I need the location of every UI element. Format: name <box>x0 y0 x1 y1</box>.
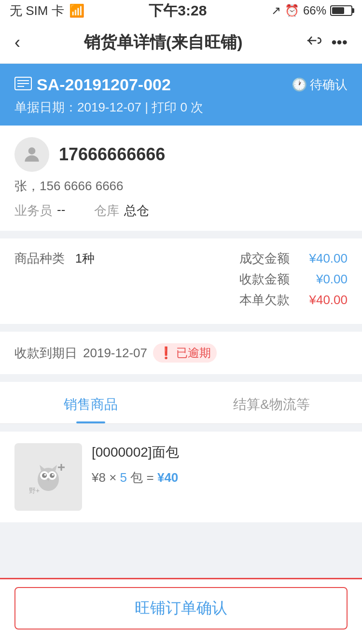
due-amount-row: 本单欠款 ¥40.00 <box>239 292 348 308</box>
customer-meta: 业务员 -- 仓库 总仓 <box>14 202 348 219</box>
svg-point-4 <box>28 147 36 154</box>
more-icon[interactable]: ••• <box>331 33 348 51</box>
sales-value: -- <box>57 202 65 219</box>
overdue-badge: ❗ 已逾期 <box>153 343 217 363</box>
order-id: SA-20191207-002 <box>37 75 171 94</box>
status-left: 无 SIM 卡 📶 <box>10 2 84 19</box>
order-meta: 单据日期：2019-12-07 | 打印 0 次 <box>14 99 348 116</box>
due-date-value: 2019-12-07 <box>83 346 147 361</box>
tab-sales-product[interactable]: 销售商品 <box>0 382 181 423</box>
warehouse-value: 总仓 <box>124 202 149 219</box>
order-status-badge: 🕐 待确认 <box>292 76 348 93</box>
svg-text:野+: 野+ <box>29 487 40 494</box>
order-number: SA-20191207-002 <box>14 75 171 94</box>
status-right: ↗ ⏰ 66% <box>271 4 352 17</box>
confirm-order-button[interactable]: 旺铺订单确认 <box>14 587 348 630</box>
customer-section: 17666666666 张，156 6666 6666 业务员 -- 仓库 总仓 <box>0 126 362 231</box>
received-amount-value: ¥0.00 <box>316 272 348 287</box>
back-button[interactable]: ‹ <box>14 32 20 53</box>
sales-label: 业务员 <box>14 202 52 219</box>
warehouse-info: 仓库 总仓 <box>94 202 149 219</box>
tabs-container: 销售商品 结算&物流等 <box>0 382 362 424</box>
nav-actions: ••• <box>306 33 348 52</box>
overdue-text: 已逾期 <box>176 345 211 361</box>
nav-bar: ‹ 销货单详情(来自旺铺) ••• <box>0 21 362 64</box>
alarm-icon: ⏰ <box>285 4 299 17</box>
svg-point-11 <box>52 474 54 476</box>
equals-sign: = <box>147 470 157 485</box>
product-item: 野+ [0000002]面包 ¥8 × 5 包 = ¥40 <box>0 432 362 522</box>
deal-amount-value: ¥40.00 <box>309 251 348 266</box>
svg-point-8 <box>42 473 47 478</box>
due-amount-label: 本单欠款 <box>239 292 290 308</box>
kind-label: 商品种类 <box>14 251 65 266</box>
share-icon[interactable] <box>306 33 321 52</box>
status-bar: 无 SIM 卡 📶 下午3:28 ↗ ⏰ 66% <box>0 0 362 21</box>
order-date: 2019-12-07 <box>77 100 141 114</box>
deal-amount-label: 成交金额 <box>239 250 290 267</box>
due-date-section: 收款到期日 2019-12-07 ❗ 已逾期 <box>0 332 362 374</box>
customer-phone: 17666666666 <box>59 144 165 165</box>
warehouse-label: 仓库 <box>94 202 119 219</box>
order-icon <box>14 75 32 94</box>
customer-name: 张，156 6666 6666 <box>14 178 348 195</box>
kind-count: 1种 <box>75 251 95 266</box>
avatar <box>14 137 49 172</box>
summary-section: 商品种类 1种 成交金额 ¥40.00 收款金额 ¥0.00 本单欠款 ¥40.… <box>0 238 362 324</box>
battery-icon <box>330 5 352 16</box>
product-name: [0000002]面包 <box>92 443 348 462</box>
clock-icon: 🕐 <box>292 77 307 92</box>
received-amount-label: 收款金额 <box>239 271 290 288</box>
tab-settlement-logistics[interactable]: 结算&物流等 <box>181 382 362 423</box>
date-label: 单据日期： <box>14 100 77 114</box>
deal-amount-row: 成交金额 ¥40.00 <box>239 250 348 267</box>
status-text: 待确认 <box>310 76 348 93</box>
amount-summary: 成交金额 ¥40.00 收款金额 ¥0.00 本单欠款 ¥40.00 <box>239 250 348 312</box>
unit-price: ¥8 <box>92 470 106 485</box>
page-title: 销货单详情(来自旺铺) <box>84 31 243 54</box>
print-info: | 打印 0 次 <box>141 100 203 114</box>
quantity: 5 <box>120 470 127 485</box>
overdue-icon: ❗ <box>159 346 173 360</box>
sales-info: 业务员 -- <box>14 202 65 219</box>
carrier-text: 无 SIM 卡 <box>10 2 64 19</box>
product-title: 面包 <box>152 445 179 460</box>
product-price: ¥8 × 5 包 = ¥40 <box>92 469 348 486</box>
unit: 包 <box>130 470 143 485</box>
due-label: 收款到期日 <box>14 345 77 362</box>
product-thumbnail: 野+ <box>14 443 82 511</box>
battery-percent: 66% <box>303 4 326 17</box>
product-kinds: 商品种类 1种 <box>14 250 95 267</box>
svg-point-9 <box>50 473 55 478</box>
total-price: ¥40 <box>157 470 178 485</box>
multiply-sign: × <box>109 470 120 485</box>
location-icon: ↗ <box>271 4 281 17</box>
wifi-icon: 📶 <box>69 3 84 18</box>
product-details: [0000002]面包 ¥8 × 5 包 = ¥40 <box>92 443 348 486</box>
svg-point-10 <box>44 474 46 476</box>
bottom-bar: 旺铺订单确认 <box>0 578 362 644</box>
time-display: 下午3:28 <box>149 1 207 21</box>
product-code: [0000002] <box>92 445 152 460</box>
received-amount-row: 收款金额 ¥0.00 <box>239 271 348 288</box>
order-header: SA-20191207-002 🕐 待确认 单据日期：2019-12-07 | … <box>0 64 362 126</box>
due-amount-value: ¥40.00 <box>309 293 348 308</box>
